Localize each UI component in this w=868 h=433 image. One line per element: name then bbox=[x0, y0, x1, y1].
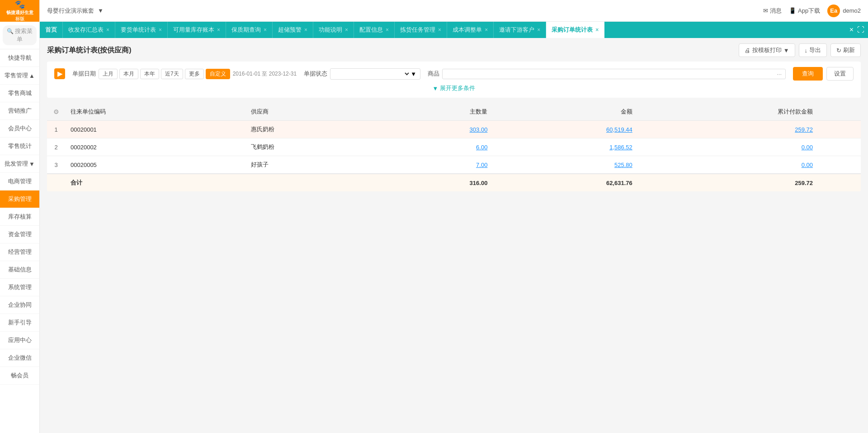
date-custom[interactable]: 自定义 bbox=[206, 69, 230, 79]
message-label: 消息 bbox=[770, 7, 782, 15]
row-extra bbox=[818, 138, 861, 156]
tab-available-stock[interactable]: 可用量库存账本 × bbox=[168, 22, 226, 38]
sidebar-item-marketing[interactable]: 营销推广 bbox=[0, 102, 39, 120]
close-tab-order-stats[interactable]: × bbox=[159, 27, 162, 33]
col-extra bbox=[818, 103, 861, 121]
close-tab-config[interactable]: × bbox=[386, 27, 389, 33]
export-icon: ↓ bbox=[805, 47, 808, 54]
refresh-btn[interactable]: ↻ 刷新 bbox=[830, 43, 861, 57]
sidebar-item-retail-shop[interactable]: 零售商城 bbox=[0, 85, 39, 102]
sidebar-item-retail-stats[interactable]: 零售统计 bbox=[0, 138, 39, 155]
topbar: 母婴行业演示账套 ▼ ✉ 消息 📱 App下载 Ea demo2 bbox=[40, 0, 868, 22]
tab-controls: × ⛶ bbox=[846, 22, 868, 38]
sidebar-item-ecommerce[interactable]: 电商管理 bbox=[0, 173, 39, 190]
app-download-btn[interactable]: 📱 App下载 bbox=[789, 7, 820, 15]
sidebar-item-quicknav[interactable]: 快捷导航 bbox=[0, 49, 39, 67]
close-tab-overstock[interactable]: × bbox=[304, 27, 307, 33]
row-supplier: 飞鹤奶粉 bbox=[245, 138, 380, 156]
sidebar-item-inventory[interactable]: 库存核算 bbox=[0, 208, 39, 226]
tab-home[interactable]: 首页 bbox=[40, 22, 63, 38]
print-icon: 🖨 bbox=[745, 47, 750, 54]
row-extra bbox=[818, 121, 861, 138]
print-btn[interactable]: 🖨 按模板打印 ▼ bbox=[739, 43, 795, 57]
row-paid[interactable]: 0.00 bbox=[638, 138, 818, 156]
settings-gear-icon[interactable]: ⚙ bbox=[53, 108, 59, 115]
date-this-year[interactable]: 本年 bbox=[140, 69, 159, 79]
goods-input[interactable] bbox=[446, 71, 777, 77]
page-title: 采购订单统计表(按供应商) bbox=[47, 46, 132, 55]
sidebar-item-system[interactable]: 系统管理 bbox=[0, 279, 39, 296]
tab-cost-adjust[interactable]: 成本调整单 × bbox=[447, 22, 494, 38]
tab-expiry[interactable]: 保质期查询 × bbox=[226, 22, 273, 38]
page-actions: 🖨 按模板打印 ▼ ↓ 导出 ↻ 刷新 bbox=[739, 43, 861, 57]
date-7days[interactable]: 近7天 bbox=[161, 69, 183, 79]
tab-invite-customer[interactable]: 邀请下游客户 × bbox=[494, 22, 546, 38]
row-paid[interactable]: 0.00 bbox=[638, 156, 818, 174]
goods-input-wrap: ··· bbox=[442, 69, 786, 79]
sidebar-item-member[interactable]: 会员中心 bbox=[0, 120, 39, 138]
row-amount[interactable]: 60,519.44 bbox=[493, 121, 637, 138]
username: demo2 bbox=[843, 7, 861, 14]
close-tab-receive[interactable]: × bbox=[106, 27, 109, 33]
close-tab-pick[interactable]: × bbox=[438, 27, 441, 33]
tab-overstock[interactable]: 超储预警 × bbox=[273, 22, 313, 38]
filter-row: ▶ 单据日期 上月 本月 本年 近7天 更多 自定义 2016-01-01 至 … bbox=[54, 67, 854, 81]
row-amount[interactable]: 1,586.52 bbox=[493, 138, 637, 156]
avatar: Ea bbox=[827, 5, 840, 17]
close-tab-expiry[interactable]: × bbox=[264, 27, 267, 33]
sidebar-item-app-center[interactable]: 应用中心 bbox=[0, 332, 39, 349]
close-tab-invite[interactable]: × bbox=[537, 27, 540, 33]
sidebar-item-enterprise[interactable]: 企业协同 bbox=[0, 296, 39, 314]
sidebar-item-guide[interactable]: 新手引导 bbox=[0, 314, 39, 332]
tab-function[interactable]: 功能说明 × bbox=[313, 22, 354, 38]
tab-receive-summary[interactable]: 收发存汇总表 × bbox=[63, 22, 115, 38]
search-menu-btn[interactable]: 🔍 搜索菜单 bbox=[3, 25, 37, 45]
tab-config[interactable]: 配置信息 × bbox=[354, 22, 395, 38]
table-header-row: ⚙ 往来单位编码 供应商 主数量 金额 累计付款金额 bbox=[47, 103, 861, 121]
date-last-month[interactable]: 上月 bbox=[99, 69, 118, 79]
col-supplier: 供应商 bbox=[245, 103, 380, 121]
col-qty: 主数量 bbox=[380, 103, 493, 121]
sidebar-item-purchase[interactable]: 采购管理 bbox=[0, 190, 39, 208]
tab-close-icon[interactable]: × bbox=[849, 26, 854, 34]
query-btn[interactable]: 查询 bbox=[793, 67, 823, 81]
date-this-month[interactable]: 本月 bbox=[119, 69, 138, 79]
filter-toggle-btn[interactable]: ▶ bbox=[54, 68, 65, 79]
message-btn[interactable]: ✉ 消息 bbox=[763, 7, 782, 15]
sidebar-item-basic-info[interactable]: 基础信息 bbox=[0, 261, 39, 279]
export-btn[interactable]: ↓ 导出 bbox=[799, 43, 827, 57]
close-tab-available[interactable]: × bbox=[217, 27, 220, 33]
row-qty[interactable]: 7.00 bbox=[380, 156, 493, 174]
row-num: 3 bbox=[47, 156, 65, 174]
sidebar-item-operations[interactable]: 经营管理 bbox=[0, 243, 39, 261]
row-qty[interactable]: 6.00 bbox=[380, 138, 493, 156]
sidebar-item-retail-mgmt[interactable]: 零售管理▲ bbox=[0, 67, 39, 85]
workspace-dropdown-icon[interactable]: ▼ bbox=[98, 7, 104, 14]
table-wrap: ⚙ 往来单位编码 供应商 主数量 金额 累计付款金额 1 00020001 bbox=[47, 103, 861, 191]
date-range-display: 2016-01-01 至 2023-12-31 bbox=[233, 70, 297, 78]
tab-purchase-order-stats[interactable]: 采购订单统计表 × bbox=[546, 22, 604, 38]
sidebar-item-wholesale[interactable]: 批发管理▼ bbox=[0, 155, 39, 173]
expand-more-btn[interactable]: ▼ 展开更多条件 bbox=[433, 84, 476, 92]
content-area: 采购订单统计表(按供应商) 🖨 按模板打印 ▼ ↓ 导出 ↻ 刷新 bbox=[40, 38, 868, 433]
date-more[interactable]: 更多 bbox=[185, 69, 204, 79]
topbar-right: ✉ 消息 📱 App下载 Ea demo2 bbox=[763, 5, 861, 17]
row-amount[interactable]: 525.80 bbox=[493, 156, 637, 174]
close-tab-purchase[interactable]: × bbox=[595, 27, 599, 33]
sidebar-item-member2[interactable]: 畅会员 bbox=[0, 367, 39, 385]
refresh-icon: ↻ bbox=[836, 47, 841, 54]
goods-more-icon[interactable]: ··· bbox=[777, 71, 782, 77]
row-paid[interactable]: 259.72 bbox=[638, 121, 818, 138]
setting-btn[interactable]: 设置 bbox=[826, 67, 854, 81]
tab-expand-icon[interactable]: ⛶ bbox=[857, 26, 864, 34]
close-tab-function[interactable]: × bbox=[345, 27, 348, 33]
sidebar-item-finance[interactable]: 资金管理 bbox=[0, 226, 39, 243]
row-qty[interactable]: 303.00 bbox=[380, 121, 493, 138]
sidebar-item-wechat[interactable]: 企业微信 bbox=[0, 349, 39, 367]
tab-pick-task[interactable]: 拣货任务管理 × bbox=[395, 22, 447, 38]
row-supplier: 惠氏奶粉 bbox=[245, 121, 380, 138]
tab-order-stats[interactable]: 要货单统计表 × bbox=[115, 22, 168, 38]
status-select[interactable] bbox=[334, 70, 410, 78]
close-tab-cost[interactable]: × bbox=[485, 27, 488, 33]
user-menu[interactable]: Ea demo2 bbox=[827, 5, 861, 17]
